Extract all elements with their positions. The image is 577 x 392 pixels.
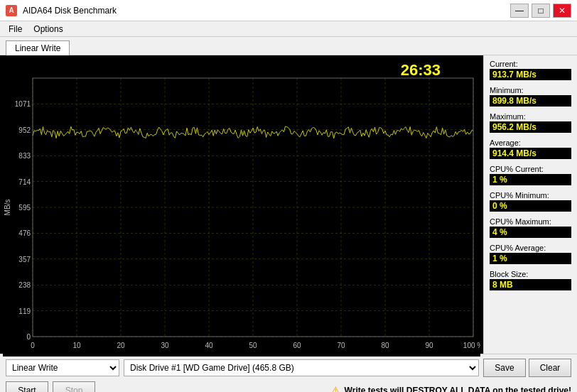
bottom-controls: Linear Write Disk Drive #1 [WD Game Driv… xyxy=(0,354,577,392)
tab-linear-write[interactable]: Linear Write xyxy=(6,40,70,55)
stat-average: Average: 914.4 MB/s xyxy=(490,138,571,159)
current-label: Current: xyxy=(490,60,571,68)
minimize-button[interactable]: — xyxy=(510,4,529,18)
close-button[interactable]: ✕ xyxy=(553,4,571,18)
tab-bar: Linear Write xyxy=(0,37,577,55)
button-group: Save Clear xyxy=(483,359,571,377)
maximum-label: Maximum: xyxy=(490,112,571,121)
stat-cpu-current: CPU% Current: 1 % xyxy=(490,165,571,185)
warning-icon: ⚠ xyxy=(330,384,340,393)
average-label: Average: xyxy=(490,138,571,147)
title-bar-left: A AIDA64 Disk Benchmark xyxy=(6,5,117,16)
minimum-label: Minimum: xyxy=(490,86,571,94)
cpu-maximum-value: 4 % xyxy=(490,227,571,238)
cpu-current-label: CPU% Current: xyxy=(490,165,571,173)
timer-display: 26:33 xyxy=(401,61,441,80)
chart-area: 26:33 xyxy=(0,55,483,354)
cpu-minimum-label: CPU% Minimum: xyxy=(490,191,571,200)
cpu-average-label: CPU% Average: xyxy=(490,244,571,252)
cpu-current-value: 1 % xyxy=(490,174,571,185)
maximum-value: 956.2 MB/s xyxy=(490,121,571,133)
stop-button[interactable]: Stop xyxy=(53,381,95,392)
menu-bar: File Options xyxy=(0,21,577,37)
stat-minimum: Minimum: 899.8 MB/s xyxy=(490,86,571,107)
stat-cpu-minimum: CPU% Minimum: 0 % xyxy=(490,191,571,212)
average-value: 914.4 MB/s xyxy=(490,148,571,159)
app-icon: A xyxy=(6,5,17,16)
warning-text: Write tests will DESTROY ALL DATA on the… xyxy=(345,386,571,392)
controls-row-2: Start Stop ⚠ Write tests will DESTROY AL… xyxy=(6,381,571,392)
stat-maximum: Maximum: 956.2 MB/s xyxy=(490,112,571,133)
stat-block-size: Block Size: 8 MB xyxy=(490,270,571,290)
stat-cpu-maximum: CPU% Maximum: 4 % xyxy=(490,217,571,238)
block-size-label: Block Size: xyxy=(490,270,571,278)
start-button[interactable]: Start xyxy=(6,381,48,392)
disk-chart xyxy=(3,58,480,356)
stat-cpu-average: CPU% Average: 1 % xyxy=(490,244,571,264)
current-value: 913.7 MB/s xyxy=(490,69,571,80)
main-content: 26:33 Current: 913.7 MB/s Minimum: 899.8… xyxy=(0,55,577,354)
save-button[interactable]: Save xyxy=(483,359,526,377)
menu-file[interactable]: File xyxy=(3,23,28,36)
clear-button[interactable]: Clear xyxy=(529,359,571,377)
block-size-value: 8 MB xyxy=(490,279,571,290)
cpu-average-value: 1 % xyxy=(490,253,571,264)
stats-panel: Current: 913.7 MB/s Minimum: 899.8 MB/s … xyxy=(483,55,577,354)
test-type-dropdown[interactable]: Linear Write xyxy=(6,359,119,376)
maximize-button[interactable]: □ xyxy=(532,4,550,18)
controls-row-1: Linear Write Disk Drive #1 [WD Game Driv… xyxy=(6,359,571,377)
cpu-minimum-value: 0 % xyxy=(490,200,571,212)
menu-options[interactable]: Options xyxy=(28,23,68,36)
warning-row: ⚠ Write tests will DESTROY ALL DATA on t… xyxy=(330,384,571,393)
stat-current: Current: 913.7 MB/s xyxy=(490,60,571,80)
window-title: AIDA64 Disk Benchmark xyxy=(23,6,117,16)
minimum-value: 899.8 MB/s xyxy=(490,95,571,107)
window-controls[interactable]: — □ ✕ xyxy=(510,4,571,18)
cpu-maximum-label: CPU% Maximum: xyxy=(490,217,571,226)
drive-dropdown[interactable]: Disk Drive #1 [WD Game Drive] (465.8 GB) xyxy=(124,359,479,376)
title-bar: A AIDA64 Disk Benchmark — □ ✕ xyxy=(0,0,577,21)
